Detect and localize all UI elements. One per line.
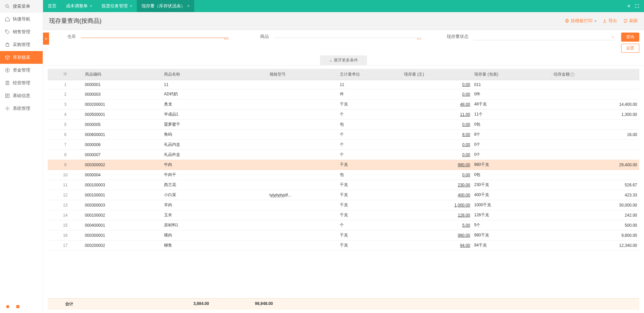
tab-0[interactable]: 首页	[43, 0, 61, 12]
table-row[interactable]: 100000004牛肉干包0.000包	[48, 170, 639, 180]
table-row[interactable]: 15000400001原材料1个5.005个500.00	[48, 220, 639, 230]
table-row[interactable]: 80000007礼品外盒个0.000个	[48, 150, 639, 160]
cell-qty[interactable]: 8.00	[402, 130, 472, 140]
cell-qty[interactable]: 0.00	[402, 80, 472, 89]
cell-qty[interactable]: 128.00	[402, 210, 472, 220]
cell-name: 羊肉	[162, 200, 268, 210]
help-icon[interactable]: ?	[570, 73, 574, 77]
table-row[interactable]: 20000003AD钙奶件0.000件	[48, 89, 639, 99]
warehouse-field[interactable]: 仓库 ⋯	[56, 34, 229, 40]
sidebar-item-label: 采购管理	[13, 42, 30, 48]
cell-qty[interactable]: 0.00	[402, 140, 472, 150]
cell-pack: 011	[472, 80, 551, 89]
expand-more-button[interactable]: 展开更多条件	[320, 55, 367, 65]
cell-qty[interactable]: 0.00	[402, 150, 472, 160]
table-row[interactable]: 4000500001半成品1个11.0011个1,300.00	[48, 109, 639, 120]
column-header[interactable]: 现存量 (包装)	[472, 69, 551, 80]
cell-qty[interactable]: 0.00	[402, 170, 472, 180]
warehouse-picker-icon[interactable]: ⋯	[224, 36, 229, 41]
cell-code: 000300002	[83, 160, 162, 170]
column-header[interactable]: 现存量 (主)	[402, 69, 472, 80]
sidebar-item-0[interactable]: 搜索菜单	[0, 0, 43, 13]
filter-panel: » 仓库 ⋯ 商品 ⋯ 现存量状态 ⌄ 查询	[43, 30, 644, 65]
cell-spec	[268, 170, 338, 180]
close-icon[interactable]: ×	[130, 4, 132, 8]
sidebar-item-label: 系统管理	[13, 105, 30, 111]
table-row[interactable]: 1000000111110.00011	[48, 80, 639, 89]
sidebar-item-3[interactable]: 采购管理	[0, 38, 43, 51]
sidebar-item-5[interactable]: 资金管理	[0, 64, 43, 77]
cell-name: 原材料1	[162, 220, 268, 230]
setting-button[interactable]: 设置	[621, 44, 639, 53]
cell-unit: 千克	[338, 99, 402, 109]
footer-icon-2[interactable]	[15, 304, 21, 310]
cell-qty[interactable]: 980.00	[402, 160, 472, 170]
cell-qty[interactable]: 5.00	[402, 220, 472, 230]
sidebar-item-label: 资金管理	[13, 67, 30, 73]
table-row[interactable]: 16000300001猪肉千克980.00980千克9,800.00	[48, 230, 639, 240]
page-header: 现存量查询(按商品) 按模板打印 ▾ 导出 刷新	[43, 12, 644, 30]
table-row[interactable]: 11000100003西兰花千克230.00230千克526.67	[48, 180, 639, 190]
table-row[interactable]: 3000200001奥龙千克48.0048千克14,400.00	[48, 99, 639, 109]
print-template-button[interactable]: 按模板打印 ▾	[565, 18, 596, 24]
cell-spec	[268, 160, 338, 170]
table-row[interactable]: 17000200002鳗鱼千克94.0094千克12,340.00	[48, 240, 639, 251]
cell-qty[interactable]: 0.00	[402, 89, 472, 99]
status-field[interactable]: 现存量状态 ⌄	[442, 33, 614, 40]
close-icon[interactable]: ×	[187, 4, 190, 8]
tab-2[interactable]: 拣货任务管理×	[97, 0, 137, 12]
cell-name: AD钙奶	[162, 89, 268, 99]
table-row[interactable]: 70000006礼品内盒个0.000个	[48, 140, 639, 150]
cell-qty[interactable]: 230.00	[402, 180, 472, 190]
sidebar-item-1[interactable]: 快捷导航	[0, 13, 43, 26]
column-header[interactable]: 商品名称	[162, 69, 268, 80]
column-header[interactable]: 主计量单位	[338, 69, 402, 80]
table-row[interactable]: 14000100002玉米千克128.00128千克242.00	[48, 210, 639, 220]
chevron-down-icon[interactable]: ⌄	[611, 34, 614, 39]
fullscreen-icon[interactable]	[635, 4, 639, 8]
cell-qty[interactable]: 11.00	[402, 109, 472, 120]
close-all-icon[interactable]	[627, 4, 631, 8]
cell-name: 牛肉干	[162, 170, 268, 180]
cell-qty[interactable]: 48.00	[402, 99, 472, 109]
tab-1[interactable]: 成本调整单×	[61, 0, 97, 12]
table-row[interactable]: 9000300002牛肉千克980.00980千克29,400.00	[48, 160, 639, 170]
tab-3[interactable]: 现存量（库存状况表）×	[137, 0, 194, 12]
cell-qty[interactable]: 1,000.00	[402, 200, 472, 210]
info-icon	[5, 93, 10, 98]
export-button[interactable]: 导出	[602, 18, 617, 24]
cell-pack: 94千克	[472, 240, 551, 251]
cell-qty[interactable]: 980.00	[402, 230, 472, 240]
table-row[interactable]: 50000005菠萝蜜干包0.000包	[48, 120, 639, 130]
table-row[interactable]: 12000100001小白菜tyjyjtyjtyjdf...千克400.0040…	[48, 190, 639, 200]
cell-amt: 242.00	[551, 210, 639, 220]
query-button[interactable]: 查询	[621, 33, 639, 42]
table-row[interactable]: 6000600001角码个8.008个16.00	[48, 130, 639, 140]
product-field[interactable]: 商品 ⋯	[249, 34, 421, 40]
refresh-button[interactable]: 刷新	[623, 18, 638, 24]
product-picker-icon[interactable]: ⋯	[417, 36, 421, 41]
sidebar-item-6[interactable]: 经营管理	[0, 77, 43, 89]
collapse-handle[interactable]: »	[43, 33, 49, 45]
close-icon[interactable]: ×	[90, 4, 92, 8]
cell-name: 牛肉	[162, 160, 268, 170]
sidebar-item-8[interactable]: 系统管理	[0, 102, 43, 115]
sidebar-item-label: 库存核算	[13, 54, 30, 60]
sidebar-item-2[interactable]: 销售管理	[0, 26, 43, 38]
cell-qty[interactable]: 400.00	[402, 190, 472, 200]
table-row[interactable]: 13000300003羊肉千克1,000.001000千克30,000.00	[48, 200, 639, 210]
footer-icon-1[interactable]	[5, 304, 11, 310]
column-header[interactable]: 规格型号	[268, 69, 338, 80]
cell-qty[interactable]: 0.00	[402, 120, 472, 130]
sidebar-item-7[interactable]: 基础信息	[0, 89, 43, 102]
table-settings-icon[interactable]	[48, 69, 83, 80]
cell-code: 000500001	[83, 109, 162, 120]
row-index: 17	[48, 240, 83, 251]
sidebar-item-4[interactable]: 库存核算	[0, 51, 43, 64]
table-footer: 合计 3,884.00 98,948.00	[48, 298, 639, 310]
column-header[interactable]: 商品编码	[83, 69, 162, 80]
cell-name: 菠萝蜜干	[162, 120, 268, 130]
column-header[interactable]: 结存金额?	[551, 69, 639, 80]
cell-qty[interactable]: 94.00	[402, 240, 472, 251]
cell-unit: 千克	[338, 240, 402, 251]
